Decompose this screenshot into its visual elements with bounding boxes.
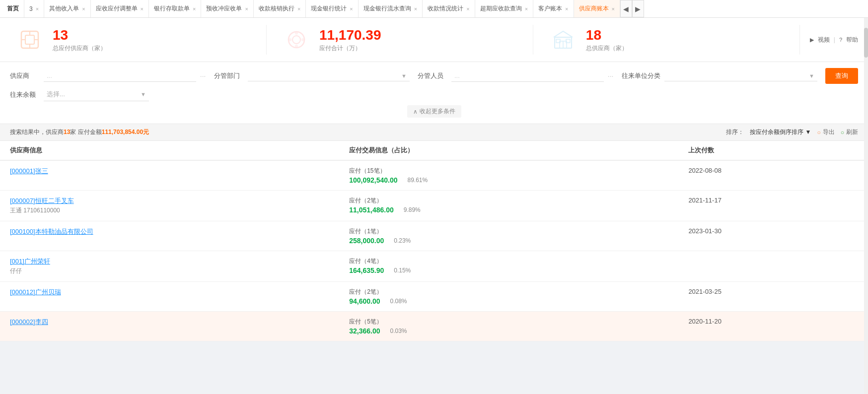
tx-percent-3: 0.15% — [394, 267, 411, 274]
table-row: [000001]张三 应付（15笔） 100,092,540.00 89.61%… — [0, 161, 868, 191]
collapse-button[interactable]: ∧ 收起更多条件 — [407, 105, 461, 118]
svg-point-11 — [301, 38, 304, 41]
supplier-link-1[interactable]: [000007]恒旺二手叉车 — [10, 197, 349, 205]
close-tab-receipt-verify[interactable]: × — [297, 6, 300, 12]
data-table: 供应商信息 应付交易信息（占比） 上次付数 [000001]张三 应付（15笔）… — [0, 141, 868, 341]
payable-total-label: 应付合计（万） — [319, 44, 381, 53]
payable-total-amount: 11,170.39 — [319, 27, 381, 44]
tx-percent-2: 0.23% — [394, 237, 411, 244]
close-tab-supplier-ledger[interactable]: × — [612, 6, 615, 12]
close-tab-receipt-stat[interactable]: × — [466, 6, 469, 12]
video-link[interactable]: 视频 — [818, 36, 830, 44]
last-payment-5: 2020-11-20 — [688, 318, 858, 325]
close-tab-overdue-ar[interactable]: × — [525, 6, 528, 12]
header-last-payment: 上次付数 — [688, 146, 858, 155]
tx-percent-4: 0.08% — [390, 298, 407, 305]
category-select[interactable]: ▼ — [664, 71, 818, 81]
results-summary: 搜索结果中，供应商13家 应付金额111,703,854.00元 — [10, 128, 149, 136]
nav-tab-ar-ap-adj[interactable]: 应收应付调整单 × — [91, 0, 149, 17]
supplier-cell-0: [000001]张三 — [10, 167, 349, 177]
supplier-link-4[interactable]: [000012]广州贝瑞 — [10, 288, 349, 297]
person-dots-icon: ··· — [608, 72, 614, 80]
filter-category: 往来单位分类 ▼ — [622, 71, 818, 81]
nav-tab-receipt-stat[interactable]: 收款情况统计 × — [423, 0, 475, 17]
table-row: [000007]恒旺二手叉车 王通 17106110000 应付（2笔） 11,… — [0, 191, 868, 221]
sort-selector[interactable]: 按应付余额倒序排序 ▼ — [750, 128, 811, 136]
nav-tab-receipt-verify[interactable]: 收款核销执行 × — [254, 0, 306, 17]
supplier-link-3[interactable]: [001]广州荣轩 — [10, 257, 349, 266]
supplier-cell-5: [000002]李四 — [10, 318, 349, 328]
diamond-icon — [15, 25, 45, 55]
sort-label: 排序： — [726, 128, 744, 136]
supplier-cell-3: [001]广州荣轩 仔仔 — [10, 257, 349, 275]
grain-icon — [282, 25, 311, 55]
filter-supplier: 供应商 ··· — [10, 70, 206, 82]
person-input[interactable] — [451, 70, 604, 82]
last-payment-1: 2021-11-17 — [688, 197, 858, 204]
export-button[interactable]: ○ 导出 — [817, 128, 835, 136]
close-tab-cash-bank-flow[interactable]: × — [414, 6, 417, 12]
nav-tab-home[interactable]: 首页 — [2, 0, 24, 17]
nav-tab-customer-ledger[interactable]: 客户账本 × — [533, 0, 574, 17]
help-link[interactable]: 帮助 — [846, 36, 858, 44]
header-transaction-info: 应付交易信息（占比） — [349, 146, 688, 155]
filter-row-1: 供应商 ··· 分管部门 ▼ 分管人员 ··· 往来单位分类 ▼ 查询 — [10, 68, 858, 84]
nav-arrow-right[interactable]: ▶ — [632, 0, 644, 17]
nav-tab-supplier-ledger[interactable]: 供应商账本 × — [574, 0, 620, 17]
transaction-cell-5: 应付（5笔） 32,366.00 0.03% — [349, 318, 688, 335]
tx-amount-5[interactable]: 32,366.00 — [349, 327, 380, 335]
nav-tab-cash-bank-flow[interactable]: 现金银行流水查询 × — [359, 0, 423, 17]
nav-tab-3[interactable]: 3 × — [24, 0, 44, 17]
tx-amount-3[interactable]: 164,635.90 — [349, 266, 384, 274]
filter-dept: 分管部门 ▼ — [214, 71, 410, 81]
tx-amount-0[interactable]: 100,092,540.00 — [349, 176, 397, 184]
results-actions: 排序： 按应付余额倒序排序 ▼ ○ 导出 ○ 刷新 — [726, 128, 858, 136]
tx-percent-1: 9.89% — [404, 206, 421, 213]
balance-select[interactable]: 选择... ▼ — [44, 88, 149, 101]
top-navigation: 首页 3 × 其他收入单 × 应收应付调整单 × 银行存取款单 × 预收冲应收单… — [0, 0, 868, 18]
scrollbar-thumb[interactable] — [864, 28, 868, 58]
close-tab-prepay-ar[interactable]: × — [245, 6, 248, 12]
close-tab-cash-bank-stat[interactable]: × — [350, 6, 353, 12]
supplier-sub-1: 王通 17106110000 — [10, 206, 349, 215]
nav-tab-other-income[interactable]: 其他收入单 × — [44, 0, 90, 17]
close-tab-other-income[interactable]: × — [82, 6, 85, 12]
supplier-link-2[interactable]: [000100]本特勒油品有限公司 — [10, 227, 349, 236]
supplier-label: 供应商 — [10, 71, 40, 80]
close-tab-customer-ledger[interactable]: × — [565, 6, 568, 12]
nav-tab-bank[interactable]: 银行存取款单 × — [149, 0, 201, 17]
tx-label-0: 应付（15笔） — [349, 167, 385, 175]
tx-amount-4[interactable]: 94,600.00 — [349, 297, 380, 305]
refresh-button[interactable]: ○ 刷新 — [841, 128, 858, 136]
nav-arrow-left[interactable]: ◀ — [620, 0, 632, 17]
dept-select[interactable]: ▼ — [248, 71, 410, 81]
last-payment-2: 2023-01-30 — [688, 227, 858, 235]
results-text: 搜索结果中，供应商13家 应付金额111,703,854.00元 — [10, 128, 149, 136]
supplier-cell-1: [000007]恒旺二手叉车 王通 17106110000 — [10, 197, 349, 215]
category-label: 往来单位分类 — [622, 71, 660, 80]
query-button[interactable]: 查询 — [825, 68, 858, 84]
supplier-link-0[interactable]: [000001]张三 — [10, 167, 349, 176]
stat-card-total-suppliers: 18 总供应商（家） — [533, 25, 800, 55]
tx-label-3: 应付（4笔） — [349, 257, 382, 265]
top-right-links: ▶ 视频 | ? 帮助 — [800, 36, 858, 44]
close-tab-bank[interactable]: × — [193, 6, 196, 12]
stats-bar: 13 总应付供应商（家） 11,170.39 应付合计（万） — [0, 18, 868, 62]
tx-amount-2[interactable]: 258,000.00 — [349, 237, 384, 245]
supplier-cell-2: [000100]本特勒油品有限公司 — [10, 227, 349, 237]
svg-point-9 — [295, 45, 298, 48]
filter-row-2: 往来余额 选择... ▼ — [10, 88, 858, 101]
close-tab-3[interactable]: × — [36, 6, 39, 12]
filter-person: 分管人员 ··· — [418, 70, 614, 82]
transaction-cell-4: 应付（2笔） 94,600.00 0.08% — [349, 288, 688, 305]
nav-tab-prepay-ar[interactable]: 预收冲应收单 × — [201, 0, 253, 17]
supplier-input[interactable] — [44, 70, 196, 82]
nav-tab-cash-bank-stat[interactable]: 现金银行统计 × — [306, 0, 358, 17]
tx-percent-5: 0.03% — [390, 328, 407, 334]
supplier-link-5[interactable]: [000002]李四 — [10, 318, 349, 327]
nav-tab-overdue-ar[interactable]: 超期应收款查询 × — [475, 0, 533, 17]
dept-dropdown-icon: ▼ — [401, 73, 407, 79]
tx-amount-1[interactable]: 11,051,486.00 — [349, 206, 394, 214]
results-bar: 搜索结果中，供应商13家 应付金额111,703,854.00元 排序： 按应付… — [0, 124, 868, 141]
close-tab-ar-ap-adj[interactable]: × — [141, 6, 144, 12]
